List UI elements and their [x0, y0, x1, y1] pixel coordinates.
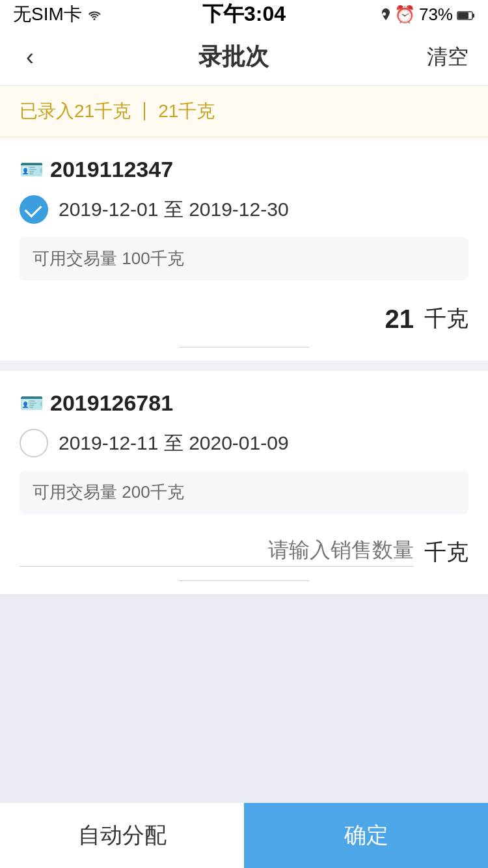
batch2-date-row: 2019-12-11 至 2020-01-09 [0, 422, 488, 464]
back-button[interactable]: ‹ [20, 37, 40, 77]
carrier-text: 无SIM卡 [13, 2, 82, 27]
page-title: 录批次 [198, 41, 269, 73]
batch1-id: 2019112347 [50, 157, 173, 182]
batch2-qty-unit: 千克 [424, 537, 468, 567]
status-time: 下午3:04 [202, 0, 286, 29]
batch2-input-row: 千克 [0, 527, 488, 578]
batch2-card: 🪪 2019126781 2019-12-11 至 2020-01-09 可用交… [0, 371, 488, 594]
location-icon [381, 5, 390, 25]
wifi-icon [87, 4, 102, 25]
nav-bar: ‹ 录批次 清空 [0, 29, 488, 86]
status-right: ⏰ 73% [381, 5, 475, 25]
clear-button[interactable]: 清空 [427, 43, 468, 72]
svg-rect-1 [472, 14, 474, 18]
batch2-radio[interactable] [20, 429, 48, 457]
section-divider-1 [0, 360, 488, 371]
confirm-button[interactable]: 确定 [244, 803, 488, 868]
batch1-qty-row: 21 千克 [0, 293, 488, 344]
batch2-date-range: 2019-12-11 至 2020-01-09 [59, 430, 289, 457]
batch2-header: 🪪 2019126781 [0, 371, 488, 422]
auto-distribute-button[interactable]: 自动分配 [0, 803, 244, 868]
batch2-id-icon: 🪪 [20, 392, 44, 414]
battery-icon [457, 5, 475, 25]
recorded-label: 已录入21千克 [20, 99, 131, 124]
batch2-qty-input[interactable] [153, 538, 414, 562]
batch1-date-range: 2019-12-01 至 2019-12-30 [59, 197, 289, 223]
bottom-bar: 自动分配 确定 [0, 803, 488, 868]
batch1-available-qty: 可用交易量 100千克 [20, 237, 468, 280]
batch1-divider [179, 347, 309, 347]
batch2-id: 2019126781 [50, 390, 173, 416]
batch1-radio[interactable] [20, 195, 48, 224]
info-divider [144, 102, 145, 120]
svg-rect-2 [458, 12, 468, 19]
info-banner: 已录入21千克 21千克 [0, 86, 488, 137]
batch1-card: 🪪 2019112347 2019-12-01 至 2019-12-30 可用交… [0, 137, 488, 360]
batch1-date-row: 2019-12-01 至 2019-12-30 [0, 189, 488, 230]
batch2-available-qty: 可用交易量 200千克 [20, 470, 468, 514]
alarm-icon: ⏰ [394, 5, 415, 25]
status-left: 无SIM卡 [13, 2, 102, 27]
battery-text: 73% [419, 5, 453, 25]
main-content: 🪪 2019112347 2019-12-01 至 2019-12-30 可用交… [0, 137, 488, 868]
recorded-value: 21千克 [158, 99, 215, 124]
batch1-qty-value: 21 [385, 305, 414, 334]
status-bar: 无SIM卡 下午3:04 ⏰ 73% [0, 0, 488, 29]
batch1-header: 🪪 2019112347 [0, 137, 488, 189]
batch1-id-icon: 🪪 [20, 158, 44, 181]
batch2-divider [179, 580, 309, 581]
batch1-qty-unit: 千克 [424, 304, 468, 334]
